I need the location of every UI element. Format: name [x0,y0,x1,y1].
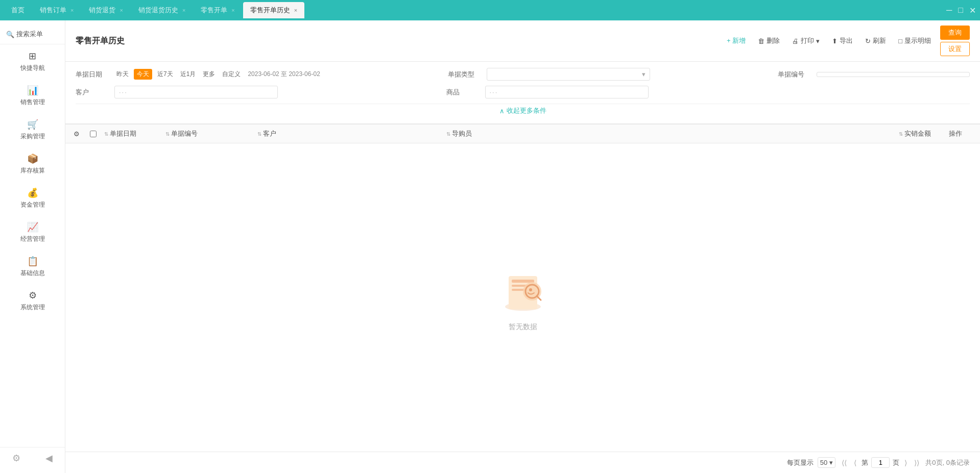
sidebar-item-base-info[interactable]: 📋 基础信息 [0,250,65,284]
col-guide[interactable]: ⇅ 导购员 [442,129,504,138]
select-all-checkbox[interactable] [90,131,97,137]
refresh-button[interactable]: ↻ 刷新 [862,34,889,47]
sidebar-settings-button[interactable]: ⚙ [12,453,20,464]
tab-sales-return-history[interactable]: 销货退货历史 × [131,2,193,18]
goods-filter-input[interactable]: ··· [485,86,649,98]
customer-filter-input[interactable]: ··· [114,86,278,98]
date-btn-1month[interactable]: 近1月 [178,69,198,80]
sidebar-search[interactable]: 🔍 搜索采单 [0,24,65,44]
tab-retail-open-history[interactable]: 零售开单历史 × [243,2,304,18]
first-page-button[interactable]: ⟨⟨ [840,458,849,468]
tab-sales-return[interactable]: 销货退货 × [82,2,130,18]
page-number-input[interactable] [871,457,890,468]
sidebar-item-sales-mgmt-label: 销售管理 [20,98,45,107]
sidebar-item-purchase-mgmt[interactable]: 🛒 采购管理 [0,113,65,147]
last-page-button[interactable]: ⟩⟩ [912,458,921,468]
query-button[interactable]: 查询 [940,26,970,40]
per-page-select[interactable]: 50 ▾ [818,457,835,468]
tab-sales-return-history-label: 销货退货历史 [138,6,178,15]
date-btn-custom[interactable]: 自定义 [220,69,243,80]
goods-filter-dots: ··· [490,88,498,96]
empty-text: 暂无数据 [509,322,537,332]
goods-filter-label: 商品 [446,88,477,97]
delete-icon: 🗑 [758,37,764,45]
date-btn-more[interactable]: 更多 [201,69,217,80]
tab-close-retail-open[interactable]: × [231,7,234,13]
tab-retail-open-history-label: 零售开单历史 [250,6,290,15]
tab-sales-order[interactable]: 销售订单 × [33,2,81,18]
sidebar-item-sales-mgmt[interactable]: 📊 销售管理 [0,79,65,113]
delete-label: 删除 [767,36,780,45]
collapse-button[interactable]: ∧ 收起更多条件 [76,104,970,117]
tab-close-sales-return-history[interactable]: × [182,7,185,13]
col-settings[interactable]: ⚙ [69,130,86,138]
num-filter-label: 单据编号 [778,70,808,79]
col-customer[interactable]: ⇅ 客户 [253,129,442,138]
page-navigation: ⟨⟨ ⟨ 第 页 ⟩ ⟩⟩ [840,457,921,468]
sidebar-item-quick-nav[interactable]: ⊞ 快捷导航 [0,44,65,79]
sys-mgmt-icon: ⚙ [29,290,37,301]
col-date-label: 单据日期 [110,129,136,138]
collapse-icon: ∧ [499,107,505,115]
delete-button[interactable]: 🗑 删除 [755,34,783,47]
tab-close-sales-order[interactable]: × [70,7,74,13]
col-num[interactable]: ⇅ 单据编号 [161,129,253,138]
col-customer-label: 客户 [263,129,276,138]
col-guide-label: 导购员 [452,129,472,138]
finance-icon: 💰 [27,187,38,198]
table-header: ⚙ ⇅ 单据日期 ⇅ 单据编号 ⇅ 客户 ⇅ [65,124,980,143]
next-page-button[interactable]: ⟩ [902,458,909,468]
date-btn-yesterday[interactable]: 昨天 [114,69,131,80]
col-num-label: 单据编号 [171,129,198,138]
date-btn-7days[interactable]: 近7天 [155,69,175,80]
sidebar-item-finance[interactable]: 💰 资金管理 [0,181,65,215]
add-button[interactable]: + 新增 [724,34,749,47]
col-checkbox[interactable] [86,131,100,137]
settings-button[interactable]: 设置 [940,42,970,56]
date-btn-today[interactable]: 今天 [134,69,152,80]
sidebar-item-inventory[interactable]: 📦 库存核算 [0,147,65,181]
maximize-button[interactable]: □ [958,6,963,15]
purchase-mgmt-icon: 🛒 [27,119,38,130]
tab-close-retail-open-history[interactable]: × [294,7,297,13]
svg-point-8 [529,288,532,291]
tab-home[interactable]: 首页 [4,2,32,18]
base-info-icon: 📋 [27,256,38,267]
main-layout: 🔍 搜索采单 ⊞ 快捷导航 📊 销售管理 🛒 采购管理 📦 库存核算 💰 资金管… [0,20,980,473]
type-filter-select[interactable]: ▾ [487,68,650,81]
print-dropdown-icon: ▾ [816,37,820,45]
sidebar-item-finance-label: 资金管理 [20,201,45,209]
date-filter-label: 单据日期 [76,70,106,79]
col-amount[interactable]: ⇅ 实销金额 [874,129,935,138]
print-button[interactable]: 🖨 打印 ▾ [789,34,823,47]
sidebar-item-quick-nav-label: 快捷导航 [20,64,45,72]
sidebar-item-sys-mgmt[interactable]: ⚙ 系统管理 [0,284,65,318]
tab-close-sales-return[interactable]: × [119,7,123,13]
page-title: 零售开单历史 [76,36,724,46]
col-action-label: 操作 [949,129,962,138]
sort-icon-customer: ⇅ [257,131,261,137]
close-button[interactable]: ✕ [969,6,976,15]
sidebar-collapse-button[interactable]: ◀ [45,453,53,464]
sort-icon-amount: ⇅ [899,131,903,137]
total-info: 共0页, 0条记录 [925,458,970,467]
date-filter-buttons: 昨天 今天 近7天 近1月 更多 自定义 2023-06-02 至 2023-0… [114,69,320,80]
sidebar-item-purchase-mgmt-label: 采购管理 [20,132,45,141]
sidebar-item-operations-label: 经营管理 [20,235,45,243]
minimize-button[interactable]: ─ [946,6,952,15]
prev-page-button[interactable]: ⟨ [852,458,858,468]
svg-rect-2 [512,280,534,283]
display-detail-button[interactable]: □ 显示明细 [895,34,934,47]
tab-retail-open[interactable]: 零售开单 × [194,2,242,18]
table-settings-icon: ⚙ [74,130,80,138]
sort-icon-guide: ⇅ [446,131,450,137]
sidebar-item-operations[interactable]: 📈 经营管理 [0,215,65,250]
per-page-label: 每页显示 [787,458,814,467]
col-date[interactable]: ⇅ 单据日期 [100,129,161,138]
refresh-icon: ↻ [865,37,871,45]
export-button[interactable]: ⬆ 导出 [829,34,856,47]
search-icon: 🔍 [6,31,14,38]
collapse-label: 收起更多条件 [507,106,546,115]
num-filter-input[interactable] [817,72,970,77]
print-icon: 🖨 [792,37,799,45]
